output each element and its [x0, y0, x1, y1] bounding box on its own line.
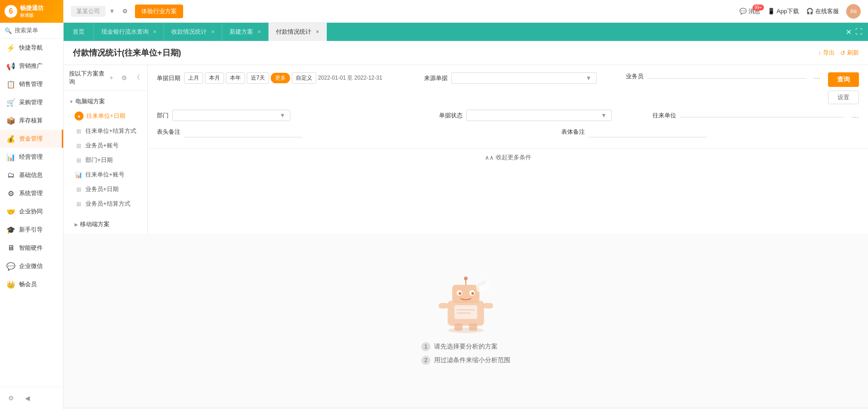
scheme-label: 部门+日期 [85, 156, 113, 164]
scheme-icon: ⊞ [75, 200, 83, 208]
desktop-scheme-group[interactable]: ▼ 电脑端方案 [64, 95, 147, 108]
sidebar-item-label: 快捷导航 [19, 44, 43, 52]
date-options: 上月 本月 本年 近7天 更多 自定义 2022-01-01 至 2022-12… [184, 72, 382, 84]
date-btn-this-month[interactable]: 本月 [205, 72, 224, 84]
sidebar-item-inventory[interactable]: 📦 库存核算 [0, 111, 63, 130]
svg-rect-12 [469, 323, 477, 331]
svg-point-0 [448, 328, 484, 333]
trial-industry-btn[interactable]: 体验行业方案 [135, 5, 183, 18]
tab-payment-stats[interactable]: 付款情况统计 × [269, 23, 327, 41]
basic-icon: 🗂 [6, 171, 15, 180]
sidebar-item-sales[interactable]: 📋 销售管理 [0, 75, 63, 93]
scheme-salesman-account[interactable]: ⊞ 业务员+账号 [64, 138, 147, 153]
topbar-right: 💬 消息 99+ 📱 App下载 🎧 在线客服 Rit [739, 4, 861, 19]
voucher-status-select[interactable]: ▼ [466, 110, 612, 121]
settings-btn[interactable]: 设置 [828, 91, 859, 104]
date-btn-7days[interactable]: 近7天 [247, 72, 269, 84]
dept-select[interactable]: ▼ [172, 110, 290, 121]
purchase-icon: 🛒 [6, 98, 15, 107]
content-area: 按以下方案查询 ＋ ⚙ 《 ▼ 电脑端方案 [64, 65, 868, 409]
scheme-partner-date[interactable]: ● 往来单位+日期 [64, 108, 147, 124]
tab-receipt-stats[interactable]: 收款情况统计 × [164, 23, 222, 41]
scheme-icon: ⊞ [75, 127, 83, 135]
tab-receipt-stats-close[interactable]: × [211, 29, 215, 35]
salesman-more-btn[interactable]: … [813, 72, 821, 81]
voucher-status-label: 单据状态 [439, 111, 463, 120]
scheme-partner-account[interactable]: 📊 往来单位+账号 [64, 167, 147, 182]
sidebar-item-system[interactable]: ⚙ 系统管理 [0, 184, 63, 202]
mobile-scheme-group-header[interactable]: ▶ 移动端方案 [69, 217, 147, 231]
app-download-btn[interactable]: 📱 App下载 [768, 7, 799, 15]
partner-input[interactable] [680, 113, 844, 117]
tab-new-scheme-close[interactable]: × [258, 29, 261, 35]
filter-form: 单据日期 上月 本月 本年 近7天 更多 自定义 2022-01-01 至 20… [148, 65, 868, 148]
tip-num-2: 2 [421, 356, 430, 365]
maximize-btn[interactable]: ⛶ [855, 28, 863, 36]
partner-more-btn[interactable]: … [852, 111, 859, 120]
message-btn[interactable]: 💬 消息 99+ [739, 7, 760, 15]
sidebar-item-marketing[interactable]: 📢 营销推广 [0, 57, 63, 75]
salesman-input[interactable] [647, 75, 806, 79]
settings-footer-btn[interactable]: ⚙ [5, 392, 17, 404]
collapse-sidebar-btn[interactable]: ◀ [21, 392, 34, 404]
sidebar-item-label: 新手引导 [19, 226, 43, 234]
tab-new-scheme[interactable]: 新建方案 × [222, 23, 269, 41]
company-dropdown-arrow[interactable]: ▼ [109, 8, 115, 15]
scheme-panel-title: 按以下方案查询 [69, 70, 106, 86]
close-all-tabs-btn[interactable]: ✕ [846, 28, 852, 36]
sidebar-item-hardware[interactable]: 🖥 智能硬件 [0, 239, 63, 257]
dept-dropdown-arrow: ▼ [279, 112, 285, 119]
scheme-salesman-date[interactable]: ⊞ 业务员+日期 [64, 182, 147, 197]
sidebar-item-label: 基础信息 [19, 171, 43, 179]
add-scheme-btn[interactable]: ＋ [106, 73, 116, 83]
sidebar-item-operations[interactable]: 📊 经营管理 [0, 148, 63, 166]
date-btn-more[interactable]: 更多 [271, 73, 290, 83]
sidebar-item-wechat[interactable]: 💬 企业微信 [0, 257, 63, 275]
scheme-salesman-settlement[interactable]: ⊞ 业务员+结算方式 [64, 197, 147, 211]
tab-bank-flow-close[interactable]: × [153, 29, 156, 35]
sidebar-item-enterprise[interactable]: 🤝 企业协同 [0, 202, 63, 221]
sidebar-search[interactable]: 🔍 搜索菜单 [0, 23, 63, 39]
export-btn[interactable]: ↑ 导出 [818, 49, 835, 57]
collapse-panel-btn[interactable]: 《 [132, 73, 142, 83]
scheme-label: 业务员+结算方式 [85, 200, 130, 208]
online-service-btn[interactable]: 🎧 在线客服 [806, 7, 839, 15]
tab-bank-flow[interactable]: 现金银行流水查询 × [94, 23, 164, 41]
collapse-more-btn[interactable]: ∧∧ 收起更多条件 [485, 153, 531, 162]
user-avatar[interactable]: Rit [846, 4, 861, 19]
tab-payment-stats-close[interactable]: × [316, 29, 319, 35]
date-btn-this-year[interactable]: 本年 [226, 72, 245, 84]
scheme-panel-icons: ＋ ⚙ 《 [106, 73, 142, 83]
logo-text-area: 畅捷通坊 标准版 [20, 4, 44, 19]
scheme-label: 业务员+日期 [85, 185, 119, 193]
salesman-filter: 业务员 … [626, 72, 821, 81]
message-icon: 💬 [739, 8, 747, 15]
sidebar-item-quick-nav[interactable]: ⚡ 快捷导航 [0, 39, 63, 57]
sidebar-item-basic[interactable]: 🗂 基础信息 [0, 166, 63, 184]
source-select[interactable]: ▼ [451, 72, 597, 84]
query-btn[interactable]: 查询 [828, 72, 859, 87]
member-icon: 👑 [6, 280, 15, 289]
date-btn-custom[interactable]: 自定义 [292, 72, 316, 84]
date-btn-last-month[interactable]: 上月 [184, 72, 203, 84]
dept-label: 部门 [157, 111, 169, 120]
filter-right: 单据日期 上月 本月 本年 近7天 更多 自定义 2022-01-01 至 20… [148, 65, 868, 234]
settings-scheme-btn[interactable]: ⚙ [119, 73, 129, 83]
sidebar-item-member[interactable]: 👑 畅会员 [0, 275, 63, 293]
tab-home[interactable]: 首页 [64, 23, 94, 41]
table-head-note-input[interactable] [184, 126, 302, 137]
sidebar-item-purchase[interactable]: 🛒 采购管理 [0, 93, 63, 111]
table-body-note-input[interactable] [589, 126, 707, 137]
guide-icon: 🎓 [6, 225, 15, 234]
topbar-gear-btn[interactable]: ⚙ [119, 5, 131, 18]
page-title: 付款情况统计(往来单位+日期) [73, 47, 181, 58]
sidebar-item-label: 营销推广 [19, 62, 43, 70]
refresh-btn[interactable]: ↺ 刷新 [840, 49, 859, 57]
scheme-dept-date[interactable]: ⊞ 部门+日期 [64, 153, 147, 167]
message-badge: 99+ [753, 5, 764, 10]
empty-state-area: 1 请先选择要分析的方案 2 用过滤条件来缩小分析范围 [64, 234, 868, 407]
scheme-panel: 按以下方案查询 ＋ ⚙ 《 ▼ 电脑端方案 [64, 65, 148, 234]
scheme-partner-settlement[interactable]: ⊞ 往来单位+结算方式 [64, 124, 147, 138]
sidebar-item-guide[interactable]: 🎓 新手引导 [0, 221, 63, 239]
sidebar-item-finance[interactable]: 💰 资金管理 [0, 130, 63, 148]
